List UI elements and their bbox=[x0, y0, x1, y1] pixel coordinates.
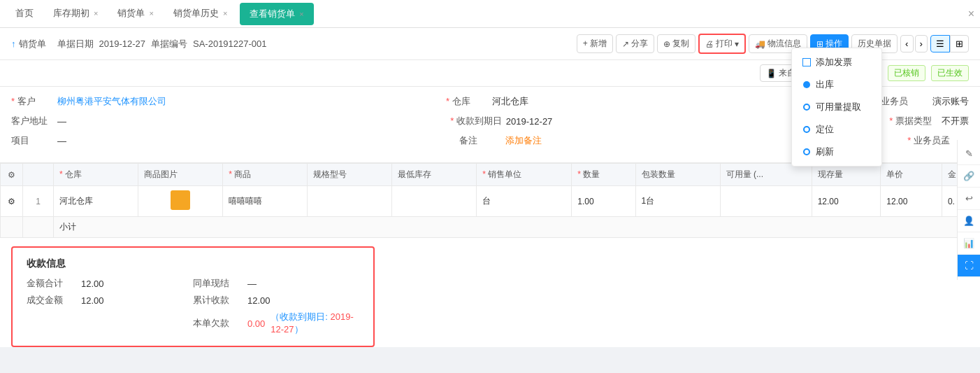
grid-view-btn[interactable]: ⊞ bbox=[950, 35, 969, 52]
col-gear: ⚙ bbox=[1, 164, 23, 186]
customer-value[interactable]: 柳州粤港平安气体有限公司 bbox=[57, 95, 166, 108]
ticket-label: 票据类型 bbox=[889, 115, 932, 127]
col-unit: * 销售单位 bbox=[477, 164, 572, 186]
right-panel-edit[interactable]: ✎ bbox=[958, 143, 980, 165]
cumulative-label: 累计收款 bbox=[193, 294, 242, 307]
add-invoice-label: 添加发票 bbox=[816, 56, 852, 69]
next-arrow[interactable]: › bbox=[915, 35, 928, 52]
right-panel-return[interactable]: ↩ bbox=[958, 188, 980, 210]
copy-button[interactable]: ⊕ 复制 bbox=[657, 34, 696, 53]
dropdown-locate[interactable]: 定位 bbox=[792, 118, 881, 141]
header-actions: + 新增 ↗ 分享 ⊕ 复制 🖨 打印 ▾ 🚚 物流信息 ⊞ 操作 bbox=[577, 34, 969, 54]
print-dropdown-arrow: ▾ bbox=[735, 39, 739, 49]
address-field: 客户地址 — bbox=[11, 115, 450, 127]
phone-icon: 📱 bbox=[766, 69, 777, 78]
prev-arrow[interactable]: ‹ bbox=[900, 35, 913, 52]
operation-dropdown: 添加发票 出库 可用量提取 定位 刷新 bbox=[791, 48, 882, 167]
col-product: * 商品 bbox=[223, 164, 308, 186]
col-stock: 现存量 bbox=[812, 164, 881, 186]
date-value: 2019-12-27 bbox=[99, 38, 146, 49]
row-warehouse: 河北仓库 bbox=[54, 186, 138, 217]
product-table: ⚙ * 仓库 商品图片 * 商品 规格型号 最低库存 * 销售单位 * 数量 包… bbox=[0, 163, 980, 238]
close-sales-order[interactable]: × bbox=[149, 9, 153, 17]
col-warehouse: * 仓库 bbox=[54, 164, 138, 186]
owe-label: 本单欠款 bbox=[193, 317, 242, 330]
row-gear[interactable]: ⚙ bbox=[1, 186, 23, 217]
payment-grid: 金额合计 12.00 同单现结 — 成交金额 12.00 累计收款 12.00 … bbox=[27, 277, 359, 336]
deal-label: 成交金额 bbox=[27, 294, 75, 307]
warehouse-value: 河北仓库 bbox=[492, 95, 528, 108]
col-qty: * 数量 bbox=[572, 164, 635, 186]
dropdown-add-invoice[interactable]: 添加发票 bbox=[792, 51, 881, 73]
global-close[interactable]: × bbox=[968, 8, 974, 20]
add-note-btn[interactable]: 添加备注 bbox=[505, 134, 542, 147]
refresh-icon bbox=[802, 147, 812, 157]
date-label: 单据日期 bbox=[57, 38, 94, 50]
staff-field: 业务员 演示账号 bbox=[881, 95, 969, 108]
dropdown-refresh[interactable]: 刷新 bbox=[792, 141, 881, 163]
share-button[interactable]: ↗ 分享 bbox=[616, 34, 654, 53]
tab-sales-order[interactable]: 销货单 × bbox=[108, 0, 163, 28]
print-button[interactable]: 🖨 打印 ▾ bbox=[698, 34, 746, 54]
new-button[interactable]: + 新增 bbox=[577, 34, 613, 53]
total-item: 金额合计 12.00 bbox=[27, 277, 193, 290]
doc-type-label: 销货单 bbox=[19, 38, 46, 50]
address-value: — bbox=[57, 116, 66, 127]
col-pack-qty: 包装数量 bbox=[635, 164, 720, 186]
share-icon: ↗ bbox=[622, 39, 629, 49]
tab-inventory-init[interactable]: 库存期初 × bbox=[43, 0, 108, 28]
tab-view-sales[interactable]: 查看销货单 × bbox=[240, 3, 313, 25]
list-view-btn[interactable]: ☰ bbox=[930, 35, 950, 52]
outbound-icon bbox=[802, 80, 812, 90]
customer-field: 客户 柳州粤港平安气体有限公司 bbox=[11, 95, 446, 108]
staff-value: 演示账号 bbox=[932, 95, 969, 108]
close-sales-history[interactable]: × bbox=[223, 9, 227, 17]
right-panel-user[interactable]: 👤 bbox=[958, 210, 980, 232]
no-value: SA-20191227-001 bbox=[193, 38, 267, 49]
sale-staff-label: 业务员孟 bbox=[907, 134, 950, 147]
col-num bbox=[23, 164, 54, 186]
row-num: 1 bbox=[23, 186, 54, 217]
staff-label: 业务员 bbox=[881, 95, 923, 108]
close-view-sales[interactable]: × bbox=[299, 10, 303, 18]
copy-icon: ⊕ bbox=[663, 39, 670, 49]
tab-home[interactable]: 首页 bbox=[6, 0, 43, 28]
due-date-note: 2019-12-27 bbox=[271, 311, 353, 335]
payment-title: 收款信息 bbox=[27, 258, 359, 270]
view-toggle: ☰ ⊞ bbox=[930, 35, 969, 52]
right-panel-link[interactable]: 🔗 bbox=[958, 165, 980, 188]
address-label: 客户地址 bbox=[11, 115, 53, 127]
tab-sales-history[interactable]: 销货单历史 × bbox=[164, 0, 237, 28]
col-min-stock: 最低库存 bbox=[392, 164, 477, 186]
outbound-label: 出库 bbox=[816, 78, 834, 91]
ticket-field: 票据类型 不开票 bbox=[889, 115, 969, 127]
col-price: 单价 bbox=[881, 164, 942, 186]
project-value: — bbox=[57, 136, 66, 146]
table-wrap: ⚙ * 仓库 商品图片 * 商品 规格型号 最低库存 * 销售单位 * 数量 包… bbox=[0, 162, 980, 238]
doc-icon: ↑ bbox=[11, 38, 16, 49]
cumulative-item: 累计收款 12.00 bbox=[193, 294, 359, 307]
payment-box: 收款信息 金额合计 12.00 同单现结 — 成交金额 12.00 累计收款 1… bbox=[11, 246, 375, 347]
owe-item: 本单欠款 0.00 （收款到期日: 2019-12-27） bbox=[193, 311, 359, 336]
same-order-value: — bbox=[247, 279, 257, 289]
owe-note: （收款到期日: 2019-12-27） bbox=[271, 311, 359, 336]
dropdown-outbound[interactable]: 出库 bbox=[792, 73, 881, 96]
header-left: ↑ 销货单 单据日期 2019-12-27 单据编号 SA-20191227-0… bbox=[11, 38, 267, 50]
add-invoice-icon bbox=[802, 57, 812, 67]
dropdown-avail-extract[interactable]: 可用量提取 bbox=[792, 96, 881, 118]
project-field: 项目 — bbox=[11, 134, 459, 147]
row-stock: 12.00 bbox=[812, 186, 881, 217]
subtotal-num bbox=[23, 217, 54, 238]
close-inventory-init[interactable]: × bbox=[94, 9, 98, 17]
row-price: 12.00 bbox=[881, 186, 942, 217]
deal-value: 12.00 bbox=[81, 295, 104, 306]
right-panel-expand[interactable]: ⛶ bbox=[958, 255, 980, 277]
right-panel: ✎ 🔗 ↩ 👤 📊 ⛶ bbox=[957, 140, 980, 280]
nav-arrows: ‹ › bbox=[900, 35, 928, 52]
row-avail bbox=[720, 186, 812, 217]
note-label: 备注 bbox=[459, 134, 501, 147]
right-panel-chart[interactable]: 📊 bbox=[958, 232, 980, 255]
col-avail: 可用量 (... bbox=[720, 164, 812, 186]
subtotal-row: 小计 bbox=[1, 217, 980, 238]
deal-item: 成交金额 12.00 bbox=[27, 294, 193, 307]
